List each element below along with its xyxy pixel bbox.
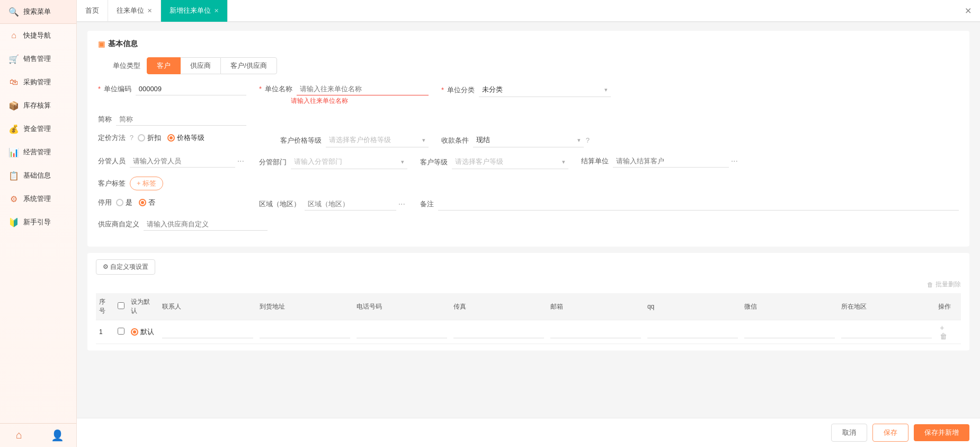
type-btn-customer[interactable]: 客户 — [147, 57, 181, 74]
sidebar-item-newbie[interactable]: 🔰 新手引导 — [0, 211, 76, 234]
add-tag-btn[interactable]: + 标签 — [130, 177, 163, 190]
unit-name-input[interactable] — [297, 83, 429, 95]
short-name-label: 简称 — [98, 115, 112, 124]
th-fax: 传真 — [450, 293, 547, 320]
wechat-input[interactable] — [744, 326, 835, 338]
td-contact[interactable] — [159, 320, 256, 344]
td-email[interactable] — [547, 320, 644, 344]
tab-new-partner[interactable]: 新增往来单位 ✕ — [161, 0, 228, 22]
disabled-radio-group: 是 否 — [116, 198, 155, 207]
sidebar-user-btn[interactable]: 👤 — [38, 424, 76, 447]
field-manager: 分管人员 ··· — [98, 155, 246, 168]
sidebar-item-system[interactable]: ⚙ 系统管理 — [0, 187, 76, 211]
field-supplier-custom: 供应商自定义 — [98, 218, 268, 231]
cl-select[interactable]: 请选择客户等级 ▾ — [452, 155, 568, 169]
tab-partners-close[interactable]: ✕ — [147, 7, 152, 14]
disabled-radio-yes[interactable]: 是 — [116, 198, 132, 207]
phone-input[interactable] — [357, 326, 447, 338]
sidebar-item-search[interactable]: 🔍 搜索菜单 — [0, 0, 76, 24]
contact-input[interactable] — [162, 326, 253, 338]
sidebar-item-purchase[interactable]: 🛍 采购管理 — [0, 71, 76, 94]
sidebar-item-sales[interactable]: 🛒 销售管理 — [0, 47, 76, 71]
tab-new-partner-close[interactable]: ✕ — [214, 7, 219, 14]
disabled-label: 停用 — [98, 198, 112, 207]
th-wechat: 微信 — [741, 293, 838, 320]
system-icon: ⚙ — [8, 194, 19, 204]
location-input[interactable] — [841, 326, 932, 338]
manager-more-btn[interactable]: ··· — [235, 156, 246, 166]
default-radio[interactable]: 默认 — [131, 327, 156, 337]
pt-select[interactable]: 现结 ▾ — [473, 133, 584, 147]
batch-delete-btn[interactable]: 🗑 批量删除 — [927, 280, 961, 289]
td-qq[interactable] — [644, 320, 741, 344]
add-row-btn[interactable]: + — [940, 323, 944, 332]
region-input[interactable] — [305, 198, 396, 211]
bottom-bar: 取消 保存 保存并新增 — [77, 418, 980, 447]
email-input[interactable] — [550, 326, 641, 338]
sidebar-label-sales: 销售管理 — [23, 54, 51, 64]
sidebar-home-btn[interactable]: ⌂ — [0, 424, 38, 447]
disabled-radio-no[interactable]: 否 — [139, 198, 155, 207]
pt-help-icon[interactable]: ? — [586, 136, 590, 144]
remark-input[interactable] — [438, 198, 959, 211]
td-seq: 1 — [96, 320, 114, 344]
td-location[interactable] — [838, 320, 935, 344]
td-phone[interactable] — [353, 320, 450, 344]
sidebar-item-quicknav[interactable]: ⌂ 快捷导航 — [0, 24, 76, 47]
unit-code-label: * 单位编码 — [98, 84, 131, 94]
sc-label: 供应商自定义 — [98, 220, 139, 229]
type-btn-supplier[interactable]: 供应商 — [181, 57, 220, 74]
su-more-btn[interactable]: ··· — [729, 156, 740, 166]
custom-settings-btn[interactable]: ⚙ 自定义项设置 — [96, 259, 155, 275]
save-add-button[interactable]: 保存并新增 — [914, 424, 969, 441]
save-button[interactable]: 保存 — [872, 424, 908, 442]
td-address[interactable] — [256, 320, 353, 344]
td-fax[interactable] — [450, 320, 547, 344]
type-btn-both[interactable]: 客户/供应商 — [220, 57, 277, 74]
sidebar-item-operations[interactable]: 📊 经营管理 — [0, 141, 76, 164]
cancel-button[interactable]: 取消 — [831, 424, 867, 442]
manager-label: 分管人员 — [98, 156, 126, 166]
sidebar-item-basic[interactable]: 📋 基础信息 — [0, 164, 76, 187]
sidebar-item-inventory[interactable]: 📦 库存核算 — [0, 94, 76, 117]
unit-code-input[interactable] — [136, 83, 246, 95]
row-checkbox[interactable] — [118, 328, 124, 335]
th-email: 邮箱 — [547, 293, 644, 320]
sidebar-label-quicknav: 快捷导航 — [23, 31, 51, 40]
section-title: ▣ 基本信息 — [98, 39, 959, 49]
tab-home[interactable]: 首页 — [77, 0, 108, 22]
fax-input[interactable] — [453, 326, 544, 338]
newbie-icon: 🔰 — [8, 217, 19, 227]
pricing-radio-group: 折扣 价格等级 — [138, 133, 204, 143]
select-all-checkbox[interactable] — [118, 302, 124, 309]
field-customer-price-level: 客户价格等级 请选择客户价格等级 ▾ — [280, 133, 429, 147]
unit-cat-select[interactable]: 未分类 ▾ — [479, 83, 611, 97]
window-close-button[interactable]: ✕ — [956, 6, 980, 16]
search-icon: 🔍 — [8, 6, 19, 17]
qq-input[interactable] — [647, 326, 738, 338]
th-checkbox — [114, 293, 128, 320]
short-name-input[interactable] — [116, 113, 246, 126]
region-more-btn[interactable]: ··· — [396, 199, 407, 209]
field-settlement-unit: 结算单位 ··· — [581, 155, 740, 168]
cpl-chevron: ▾ — [422, 137, 425, 144]
tab-bar: 首页 往来单位 ✕ 新增往来单位 ✕ ✕ — [77, 0, 980, 22]
manager-input[interactable] — [130, 155, 235, 168]
su-input[interactable] — [613, 155, 729, 168]
sidebar-item-finance[interactable]: 💰 资金管理 — [0, 117, 76, 141]
table-header-row: 序号 设为默认 联系人 到货地址 电话号码 传真 邮箱 qq 微信 所在地区 操… — [96, 293, 961, 320]
level-label: 价格等级 — [177, 133, 204, 143]
th-seq: 序号 — [96, 293, 114, 320]
th-action: 操作 — [935, 293, 961, 320]
tab-partners[interactable]: 往来单位 ✕ — [108, 0, 161, 22]
field-payment-terms: 收款条件 现结 ▾ ? — [441, 133, 590, 147]
pricing-help-icon[interactable]: ? — [130, 134, 133, 142]
dept-select[interactable]: 请输入分管部门 ▾ — [291, 155, 407, 169]
pricing-radio-discount[interactable]: 折扣 — [138, 133, 161, 143]
delete-row-btn[interactable]: 🗑 — [940, 332, 947, 340]
address-input[interactable] — [260, 326, 350, 338]
cpl-select[interactable]: 请选择客户价格等级 ▾ — [326, 133, 429, 147]
pricing-radio-level[interactable]: 价格等级 — [167, 133, 204, 143]
sc-input[interactable] — [144, 218, 268, 231]
td-wechat[interactable] — [741, 320, 838, 344]
